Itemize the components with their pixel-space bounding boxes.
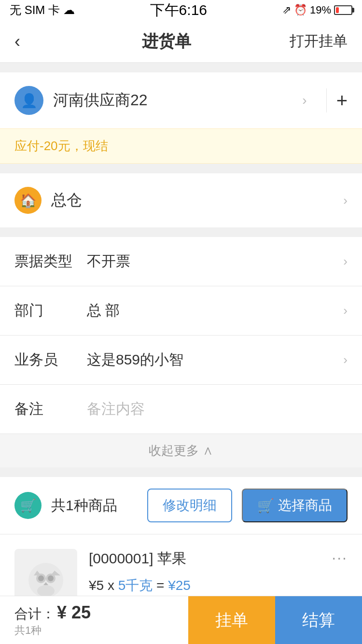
department-arrow-icon: › <box>343 303 348 318</box>
battery-icon <box>334 5 352 15</box>
product-name: [0000001] 苹果 <box>89 549 320 569</box>
warehouse-arrow-icon: › <box>343 193 348 208</box>
remark-row[interactable]: 备注 备注内容 <box>0 385 362 434</box>
sim-label: 无 SIM 卡 ☁ <box>10 2 75 18</box>
svg-point-4 <box>48 575 54 581</box>
product-info: [0000001] 苹果 ¥5 x 5千克 = ¥25 <box>89 549 320 595</box>
svg-point-3 <box>38 575 44 581</box>
product-title: 苹果 <box>157 550 186 566</box>
product-more-button[interactable]: ··· <box>332 549 348 567</box>
location-icon: ⇗ <box>282 4 291 16</box>
salesman-value: 这是859的小智 <box>87 350 343 370</box>
battery-fill <box>336 7 339 13</box>
status-time: 下午6:16 <box>150 0 207 20</box>
product-unit-price: ¥5 <box>89 578 104 593</box>
product-thumb-svg <box>27 561 65 600</box>
footer-bar: 合计： ¥ 25 共1种 挂单 结算 <box>0 596 362 644</box>
ticket-type-arrow-icon: › <box>343 254 348 269</box>
status-right: ⇗ ⏰ 19% <box>282 4 352 16</box>
supplier-divider <box>326 88 327 112</box>
modify-detail-button[interactable]: 修改明细 <box>147 489 232 522</box>
status-left: 无 SIM 卡 ☁ <box>10 2 75 18</box>
supplier-arrow-icon: › <box>302 93 306 108</box>
collapse-label: 收起更多 ∧ <box>149 442 213 459</box>
supplier-section: 👤 河南供应商22 › + 应付-20元，现结 <box>0 72 362 164</box>
department-label: 部门 <box>14 301 77 321</box>
supplier-row[interactable]: 👤 河南供应商22 › + <box>0 72 362 128</box>
battery-percent: 19% <box>310 4 331 16</box>
footer-total-area: 合计： ¥ 25 共1种 <box>0 602 188 638</box>
hang-button[interactable]: 挂单 <box>188 596 275 644</box>
salesman-label: 业务员 <box>14 350 77 370</box>
nav-bar: ‹ 进货单 打开挂单 <box>0 20 362 63</box>
collapse-button[interactable]: 收起更多 ∧ <box>0 434 362 467</box>
ticket-type-section: 票据类型 不开票 › 部门 总 部 › 业务员 这是859的小智 › 备注 备注… <box>0 237 362 467</box>
product-price: ¥5 x 5千克 = ¥25 <box>89 576 320 595</box>
product-count-label: 共1种商品 <box>51 496 138 516</box>
divider-3 <box>0 467 362 477</box>
warehouse-icon: 🏠 <box>14 187 42 214</box>
svg-point-8 <box>37 585 55 597</box>
back-button[interactable]: ‹ <box>14 31 43 52</box>
total-amount: ¥ 25 <box>57 602 91 623</box>
warehouse-name: 总仓 <box>51 190 343 211</box>
alarm-icon: ⏰ <box>294 4 307 16</box>
open-hang-button[interactable]: 打开挂单 <box>290 31 348 51</box>
supplier-avatar: 👤 <box>14 86 43 115</box>
ticket-type-row[interactable]: 票据类型 不开票 › <box>0 237 362 286</box>
product-multiply: x <box>108 578 118 593</box>
avatar-icon: 👤 <box>21 93 38 109</box>
total-label: 合计： <box>14 605 55 623</box>
product-equals: = <box>156 578 168 593</box>
salesman-arrow-icon: › <box>343 352 348 367</box>
ticket-type-value: 不开票 <box>87 252 343 271</box>
department-value: 总 部 <box>87 301 343 321</box>
product-thumb-inner <box>27 561 65 600</box>
select-product-button[interactable]: 🛒 选择商品 <box>242 489 348 522</box>
warehouse-row[interactable]: 🏠 总仓 › <box>0 173 362 227</box>
checkout-button[interactable]: 结算 <box>275 596 362 644</box>
department-row[interactable]: 部门 总 部 › <box>0 286 362 335</box>
product-header-icon: 🛒 <box>14 492 42 519</box>
ticket-type-label: 票据类型 <box>14 252 77 271</box>
add-supplier-button[interactable]: + <box>336 90 348 112</box>
status-bar: 无 SIM 卡 ☁ 下午6:16 ⇗ ⏰ 19% <box>0 0 362 20</box>
warehouse-section[interactable]: 🏠 总仓 › <box>0 173 362 227</box>
page-title: 进货单 <box>142 30 191 53</box>
total-count: 共1种 <box>14 623 174 638</box>
product-total: ¥25 <box>168 578 191 593</box>
divider-2 <box>0 227 362 237</box>
select-product-label: 选择商品 <box>278 496 332 515</box>
salesman-row[interactable]: 业务员 这是859的小智 › <box>0 336 362 384</box>
remark-label: 备注 <box>14 399 77 419</box>
product-quantity: 5千克 <box>118 578 153 593</box>
divider-1 <box>0 164 362 173</box>
notice-bar: 应付-20元，现结 <box>0 128 362 164</box>
product-header: 🛒 共1种商品 修改明细 🛒 选择商品 <box>0 477 362 534</box>
cart-icon: 🛒 <box>20 498 36 513</box>
remark-input[interactable]: 备注内容 <box>87 399 348 419</box>
product-code: [0000001] <box>89 550 153 566</box>
select-cart-icon: 🛒 <box>257 498 274 514</box>
supplier-name: 河南供应商22 <box>53 90 302 111</box>
divider-top <box>0 63 362 72</box>
